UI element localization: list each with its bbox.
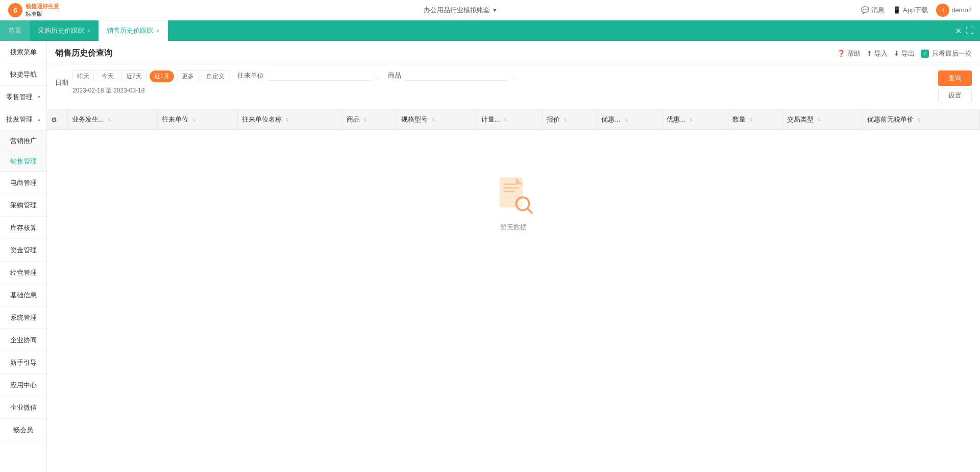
product-filter-group: 商品 ... xyxy=(388,70,517,81)
unit-sort-icon: ⇅ xyxy=(503,117,507,123)
sidebar-item-marketing[interactable]: 营销推广 xyxy=(0,131,46,151)
main-content: 销售历史价查询 ❓ 帮助 ⬆ 导入 ⬇ 导出 只看最后一次 xyxy=(47,41,980,472)
empty-state-text: 暂无数据 xyxy=(500,223,527,232)
empty-state-row: 暂无数据 xyxy=(47,130,980,273)
sidebar-item-wholesale-mgmt[interactable]: 批发管理 ▴ xyxy=(0,108,46,131)
app-download-icon: 📱 xyxy=(893,6,901,14)
quantity-sort-icon: ⇅ xyxy=(749,117,753,123)
export-label: 导出 xyxy=(901,49,915,58)
col-counterparty-name[interactable]: 往来单位名称 ⇅ xyxy=(237,110,342,130)
settings-button[interactable]: 设置 xyxy=(938,88,972,103)
empty-state-illustration xyxy=(491,171,536,217)
sidebar-item-enterprise-collab[interactable]: 企业协同 xyxy=(0,329,46,351)
sidebar-item-sales-mgmt[interactable]: 销售管理 xyxy=(0,151,46,172)
tab-sales-history[interactable]: 销售历史价跟踪 × xyxy=(99,20,167,41)
counterparty-input[interactable] xyxy=(268,70,370,81)
sidebar-item-retail-mgmt[interactable]: 零售管理 ▾ xyxy=(0,86,46,108)
message-btn[interactable]: 💬 消息 xyxy=(861,6,885,15)
tab-purchase-history-close[interactable]: × xyxy=(87,28,90,34)
date-btn-1month[interactable]: 近1月 xyxy=(150,70,175,82)
sidebar-item-inventory[interactable]: 库存核算 xyxy=(0,217,46,239)
sidebar-item-finance-mgmt[interactable]: 资金管理 xyxy=(0,239,46,262)
col-unit[interactable]: 计量... ⇅ xyxy=(477,110,542,130)
col-settings[interactable]: ⚙ xyxy=(47,110,67,130)
sidebar-item-purchase-mgmt[interactable]: 采购管理 xyxy=(0,194,46,217)
table-body: 暂无数据 xyxy=(47,130,980,273)
tab-purchase-history[interactable]: 采购历史价跟踪 × xyxy=(30,20,99,41)
help-icon: ❓ xyxy=(837,50,845,57)
app-selector-label: 办公用品行业模拟账套 xyxy=(424,6,490,15)
page-header: 销售历史价查询 ❓ 帮助 ⬆ 导入 ⬇ 导出 只看最后一次 xyxy=(47,41,980,64)
col-spec[interactable]: 规格型号 ⇅ xyxy=(397,110,477,130)
col-discount2[interactable]: 优惠... ⇅ xyxy=(663,110,728,130)
table-header-row: ⚙ 业务发生... ⇅ 往来单位 ⇅ 往来单位名称 ⇅ xyxy=(47,110,980,130)
date-btn-yesterday[interactable]: 昨天 xyxy=(72,70,94,82)
quote-sort-icon: ⇅ xyxy=(563,117,567,123)
export-icon: ⬇ xyxy=(894,50,899,57)
top-bar-right: 💬 消息 📱 App下载 d demo2 xyxy=(861,4,972,17)
tab-close-all-btn[interactable]: ✕ xyxy=(955,26,962,36)
sidebar-item-basic-info[interactable]: 基础信息 xyxy=(0,284,46,306)
date-btn-7days[interactable]: 近7天 xyxy=(121,70,146,82)
sidebar-item-quick-nav[interactable]: 快捷导航 xyxy=(0,63,46,86)
col-pretax-price[interactable]: 优惠前无税单价 ⇅ xyxy=(863,110,979,130)
svg-rect-3 xyxy=(503,191,515,193)
date-filter-label: 日期 xyxy=(55,78,68,87)
sidebar-item-system-mgmt[interactable]: 系统管理 xyxy=(0,306,46,329)
col-product[interactable]: 商品 ⇅ xyxy=(342,110,397,130)
app-selector-area[interactable]: 办公用品行业模拟账套 ▾ xyxy=(424,6,497,15)
sidebar-item-operations-mgmt[interactable]: 经营管理 xyxy=(0,262,46,284)
help-btn[interactable]: ❓ 帮助 xyxy=(837,49,861,58)
tab-maximize-btn[interactable]: ⛶ xyxy=(966,26,974,35)
export-btn[interactable]: ⬇ 导出 xyxy=(894,49,915,58)
sidebar-item-ecommerce-mgmt[interactable]: 电商管理 xyxy=(0,172,46,194)
user-area[interactable]: d demo2 xyxy=(936,4,972,17)
top-bar-left: 6 畅捷通好生意 标准版 xyxy=(8,3,59,17)
date-btn-custom[interactable]: 自定义 xyxy=(202,70,229,82)
sidebar: 搜索菜单 快捷导航 零售管理 ▾ 批发管理 ▴ 营销推广 销售管理 电商管理 采… xyxy=(0,41,47,472)
logo-line2: 标准版 xyxy=(26,10,59,17)
counterparty-sort-icon: ⇅ xyxy=(192,117,196,123)
col-quantity[interactable]: 数量 ⇅ xyxy=(728,110,783,130)
filter-bar: 日期 昨天 今天 近7天 近1月 更多 自定义 2023-02-18 至 202… xyxy=(47,64,980,110)
svg-line-6 xyxy=(527,208,532,213)
svg-rect-1 xyxy=(503,183,517,185)
only-last-area[interactable]: 只看最后一次 xyxy=(921,49,972,58)
date-range-display: 2023-02-18 至 2023-03-18 xyxy=(72,86,229,95)
date-btn-today[interactable]: 今天 xyxy=(97,70,118,82)
table-settings-icon[interactable]: ⚙ xyxy=(51,116,57,124)
only-last-label: 只看最后一次 xyxy=(932,49,972,58)
app-download-btn[interactable]: 📱 App下载 xyxy=(893,6,928,15)
query-button[interactable]: 查询 xyxy=(938,70,972,86)
empty-state: 暂无数据 xyxy=(47,130,980,273)
tab-home[interactable]: 首页 xyxy=(0,20,30,41)
product-input[interactable] xyxy=(405,70,507,81)
col-trade-type[interactable]: 交易类型 ⇅ xyxy=(783,110,863,130)
sidebar-item-search-menu[interactable]: 搜索菜单 xyxy=(0,41,46,63)
user-name: demo2 xyxy=(951,6,972,14)
spec-sort-icon: ⇅ xyxy=(431,117,435,123)
main-layout: 搜索菜单 快捷导航 零售管理 ▾ 批发管理 ▴ 营销推广 销售管理 电商管理 采… xyxy=(0,41,980,472)
date-filter-group: 日期 昨天 今天 近7天 近1月 更多 自定义 2023-02-18 至 202… xyxy=(55,70,229,95)
only-last-checkbox[interactable] xyxy=(921,50,929,58)
tab-purchase-history-label: 采购历史价跟踪 xyxy=(38,26,84,35)
sidebar-item-vip-member[interactable]: 畅会员 xyxy=(0,419,46,441)
top-bar: 6 畅捷通好生意 标准版 办公用品行业模拟账套 ▾ 💬 消息 📱 App下载 d… xyxy=(0,0,980,20)
message-icon: 💬 xyxy=(861,6,869,14)
discount1-sort-icon: ⇅ xyxy=(624,117,628,123)
col-counterparty[interactable]: 往来单位 ⇅ xyxy=(158,110,237,130)
tab-sales-history-close[interactable]: × xyxy=(156,28,159,34)
col-discount1[interactable]: 优惠... ⇅ xyxy=(597,110,663,130)
wholesale-arrow-icon: ▴ xyxy=(38,116,40,122)
import-btn[interactable]: ⬆ 导入 xyxy=(867,49,888,58)
sidebar-item-new-guide[interactable]: 新手引导 xyxy=(0,351,46,374)
tab-home-label: 首页 xyxy=(8,26,21,35)
sidebar-item-app-center[interactable]: 应用中心 xyxy=(0,374,46,396)
sidebar-item-enterprise-wechat[interactable]: 企业微信 xyxy=(0,396,46,419)
biz-date-sort-icon: ⇅ xyxy=(107,117,111,123)
col-biz-date[interactable]: 业务发生... ⇅ xyxy=(67,110,158,130)
col-quote[interactable]: 报价 ⇅ xyxy=(542,110,597,130)
tab-sales-history-label: 销售历史价跟踪 xyxy=(107,26,153,35)
filter-actions: 查询 设置 xyxy=(938,70,972,103)
date-btn-more[interactable]: 更多 xyxy=(177,70,199,82)
